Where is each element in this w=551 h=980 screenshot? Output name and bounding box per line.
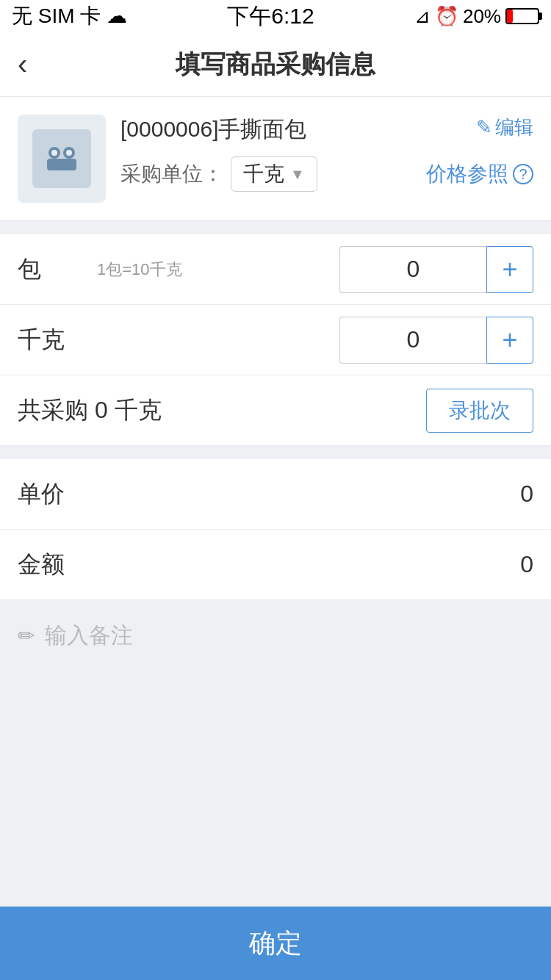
- battery-percent: 20%: [463, 5, 501, 28]
- section-divider-1: [0, 221, 551, 234]
- bao-label: 包: [18, 253, 91, 286]
- batch-button[interactable]: 录批次: [426, 389, 533, 433]
- status-right: ⊿ ⏰ 20%: [414, 5, 539, 28]
- bao-input-right: +: [339, 246, 533, 293]
- location-icon: ⊿: [414, 5, 431, 28]
- svg-rect-2: [47, 159, 76, 170]
- back-button[interactable]: ‹: [18, 48, 27, 81]
- kg-plus-button[interactable]: +: [486, 317, 533, 364]
- bottom-space: [0, 671, 551, 907]
- info-section: 单价 0 金额 0: [0, 459, 551, 600]
- kg-input-row: 千克 +: [0, 305, 551, 375]
- total-row: 共采购 0 千克 录批次: [0, 375, 551, 446]
- alarm-icon: ⏰: [435, 5, 458, 28]
- input-section: 包 1包=10千克 + 千克 + 共采购 0 千克 录批次: [0, 234, 551, 446]
- purchase-unit-row: 采购单位： 千克 ▼ 价格参照 ?: [120, 156, 533, 192]
- purchase-unit-label: 采购单位：: [120, 160, 223, 188]
- product-logo: [32, 129, 91, 188]
- svg-point-4: [66, 150, 72, 156]
- edit-label: 编辑: [495, 115, 533, 140]
- bao-sub-label: 1包=10千克: [97, 259, 339, 281]
- section-divider-2: [0, 446, 551, 459]
- amount-label: 金额: [18, 549, 520, 581]
- status-time: 下午6:12: [227, 1, 314, 32]
- remark-placeholder: 输入备注: [45, 621, 133, 651]
- edit-button[interactable]: ✎ 编辑: [476, 115, 533, 140]
- svg-point-3: [51, 150, 57, 156]
- remark-section[interactable]: ✏ 输入备注: [0, 600, 551, 671]
- pencil-icon: ✏: [18, 624, 35, 648]
- product-name: [0000006]手撕面包: [120, 115, 306, 145]
- status-bar: 无 SIM 卡 ☁ 下午6:12 ⊿ ⏰ 20%: [0, 0, 551, 32]
- bao-plus-button[interactable]: +: [486, 246, 533, 293]
- help-icon: ?: [513, 164, 533, 184]
- kg-quantity-input[interactable]: [339, 317, 486, 364]
- unit-value: 千克: [243, 160, 284, 188]
- product-thumbnail: [18, 115, 106, 203]
- sim-status: 无 SIM 卡 ☁: [12, 2, 127, 30]
- chevron-down-icon: ▼: [290, 166, 305, 183]
- unit-price-value: 0: [520, 480, 533, 508]
- nav-bar: ‹ 填写商品采购信息: [0, 32, 551, 97]
- bao-input-row: 包 1包=10千克 +: [0, 234, 551, 305]
- total-label: 共采购 0 千克: [18, 394, 426, 427]
- amount-value: 0: [520, 551, 533, 578]
- status-left: 无 SIM 卡 ☁: [12, 2, 127, 30]
- price-ref-button[interactable]: 价格参照 ?: [426, 160, 533, 188]
- unit-select[interactable]: 千克 ▼: [231, 156, 317, 192]
- unit-price-row: 单价 0: [0, 459, 551, 530]
- kg-label: 千克: [18, 324, 91, 356]
- page-title: 填写商品采购信息: [176, 48, 375, 82]
- product-info: [0000006]手撕面包 ✎ 编辑 采购单位： 千克 ▼ 价格参照 ?: [120, 115, 533, 192]
- unit-price-label: 单价: [18, 478, 520, 511]
- price-ref-label: 价格参照: [426, 160, 508, 188]
- bao-quantity-input[interactable]: [339, 246, 486, 293]
- product-name-row: [0000006]手撕面包 ✎ 编辑: [120, 115, 533, 145]
- product-card: [0000006]手撕面包 ✎ 编辑 采购单位： 千克 ▼ 价格参照 ?: [0, 97, 551, 221]
- edit-icon: ✎: [476, 116, 492, 139]
- confirm-button[interactable]: 确定: [0, 907, 551, 980]
- amount-row: 金额 0: [0, 530, 551, 600]
- kg-input-right: +: [339, 317, 533, 364]
- battery-icon: [505, 8, 539, 24]
